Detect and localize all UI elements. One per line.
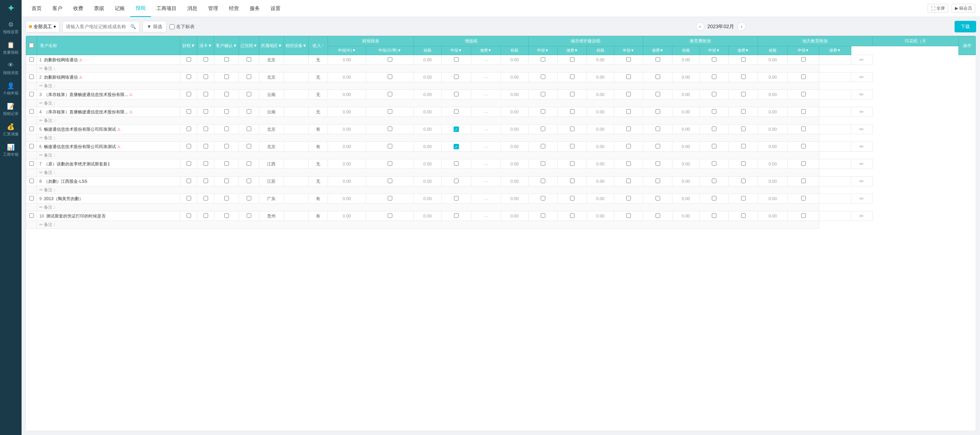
- row-checkbox[interactable]: [29, 126, 34, 131]
- note-edit-icon[interactable]: ✏: [39, 101, 43, 105]
- checkbox[interactable]: [224, 179, 229, 183]
- row-checkbox[interactable]: [29, 179, 34, 183]
- jiaoyu-pay-cb[interactable]: [656, 57, 660, 62]
- difang-declare-cb[interactable]: [712, 144, 716, 148]
- edit-icon[interactable]: ✏: [859, 57, 864, 63]
- edit-icon[interactable]: ✏: [859, 161, 864, 167]
- edit-icon[interactable]: ✏: [859, 143, 864, 150]
- select-all-checkbox[interactable]: [29, 43, 34, 48]
- sidebar-item-jilu[interactable]: 📝 报税记录: [0, 99, 22, 119]
- fullscreen-button[interactable]: ⛶ 全屏: [928, 4, 948, 13]
- prev-month-button[interactable]: ‹: [696, 22, 704, 31]
- caiwu-declare-month-cb[interactable]: [388, 144, 392, 148]
- yinhua-declare-cb[interactable]: [801, 161, 806, 166]
- chengshi-declare-cb[interactable]: [541, 92, 545, 96]
- jiaoyu-declare-cb[interactable]: [626, 213, 631, 218]
- jiaoyu-declare-cb[interactable]: [626, 57, 631, 62]
- difang-pay-cb[interactable]: [741, 213, 746, 218]
- edit-icon[interactable]: ✏: [859, 109, 864, 115]
- zengjia-declare-cb[interactable]: [454, 92, 459, 96]
- zengjia-declare-cb[interactable]: [454, 179, 459, 183]
- yinhua-declare-cb[interactable]: [801, 74, 806, 79]
- checkbox[interactable]: [187, 144, 191, 148]
- checkbox[interactable]: [247, 144, 251, 148]
- caiwu-declare-month-cb[interactable]: [388, 213, 392, 218]
- difang-declare-cb[interactable]: [712, 57, 716, 62]
- chengshi-pay-cb[interactable]: [570, 196, 575, 201]
- difang-pay-cb[interactable]: [741, 57, 746, 62]
- chengshi-declare-cb[interactable]: [541, 126, 545, 131]
- jiaoyu-pay-cb[interactable]: [656, 74, 660, 79]
- difang-pay-cb[interactable]: [741, 196, 746, 201]
- checkbox[interactable]: [187, 74, 191, 79]
- row-checkbox[interactable]: [29, 161, 34, 166]
- chengshi-pay-cb[interactable]: [570, 179, 575, 183]
- checkbox[interactable]: [203, 161, 208, 166]
- search-input[interactable]: [66, 24, 129, 29]
- difang-pay-cb[interactable]: [741, 179, 746, 183]
- zengjia-declare-cb[interactable]: [454, 109, 459, 114]
- caiwu-declare-month-cb[interactable]: [388, 196, 392, 201]
- checkbox[interactable]: [224, 196, 229, 201]
- jiaoyu-pay-cb[interactable]: [656, 179, 660, 183]
- nav-service[interactable]: 服务: [244, 0, 265, 17]
- difang-declare-cb[interactable]: [712, 196, 716, 201]
- chengshi-pay-cb[interactable]: [570, 109, 575, 114]
- caiwu-declare-month-cb[interactable]: [388, 57, 392, 62]
- yinhua-declare-cb[interactable]: [801, 144, 806, 148]
- sidebar-item-huisuan[interactable]: 💰 汇算清缴: [0, 119, 22, 140]
- row-checkbox[interactable]: [29, 57, 34, 62]
- checkbox[interactable]: [224, 213, 229, 218]
- chengshi-pay-cb[interactable]: [570, 57, 575, 62]
- jiaoyu-pay-cb[interactable]: [656, 92, 660, 96]
- caiwu-declare-month-cb[interactable]: [388, 161, 392, 166]
- chengshi-pay-cb[interactable]: [570, 92, 575, 96]
- caiwu-declare-month-cb[interactable]: [388, 74, 392, 79]
- jiaoyu-declare-cb[interactable]: [626, 144, 631, 148]
- checkbox[interactable]: [203, 109, 208, 114]
- note-edit-icon[interactable]: ✏: [39, 83, 43, 88]
- name-list-checkbox[interactable]: [170, 24, 175, 29]
- jiaoyu-pay-cb[interactable]: [656, 126, 660, 131]
- note-edit-icon[interactable]: ✏: [39, 170, 43, 175]
- checkbox[interactable]: [247, 196, 251, 201]
- difang-pay-cb[interactable]: [741, 74, 746, 79]
- checkbox[interactable]: [247, 126, 251, 131]
- zengjia-declare-cb[interactable]: [454, 213, 459, 218]
- checkbox[interactable]: [187, 92, 191, 96]
- caiwu-declare-month-cb[interactable]: [388, 179, 392, 183]
- nav-customer[interactable]: 客户: [47, 0, 68, 17]
- chengshi-declare-cb[interactable]: [541, 109, 545, 114]
- yinhua-declare-cb[interactable]: [801, 109, 806, 114]
- difang-declare-cb[interactable]: [712, 74, 716, 79]
- checkbox[interactable]: [224, 74, 229, 79]
- checkbox[interactable]: [187, 126, 191, 131]
- checkbox[interactable]: [247, 213, 251, 218]
- difang-pay-cb[interactable]: [741, 109, 746, 114]
- yinhua-declare-cb[interactable]: [801, 57, 806, 62]
- chengshi-declare-cb[interactable]: [541, 213, 545, 218]
- employee-filter[interactable]: 全部员工 ▾: [25, 21, 59, 32]
- yinhua-declare-cb[interactable]: [801, 213, 806, 218]
- chengshi-declare-cb[interactable]: [541, 144, 545, 148]
- chengshi-pay-cb[interactable]: [570, 144, 575, 148]
- difang-declare-cb[interactable]: [712, 161, 716, 166]
- chengshi-pay-cb[interactable]: [570, 126, 575, 131]
- edit-icon[interactable]: ✏: [859, 178, 864, 184]
- jiaoyu-pay-cb[interactable]: [656, 196, 660, 201]
- note-edit-icon[interactable]: ✏: [39, 66, 43, 71]
- checkbox[interactable]: [224, 57, 229, 62]
- download-button[interactable]: 下载: [955, 21, 976, 32]
- zengjia-declare-cb[interactable]: [454, 57, 459, 62]
- checkbox[interactable]: [187, 179, 191, 183]
- difang-declare-cb[interactable]: [712, 126, 716, 131]
- checkbox[interactable]: [187, 196, 191, 201]
- chengshi-pay-cb[interactable]: [570, 213, 575, 218]
- next-month-button[interactable]: ›: [737, 22, 746, 31]
- checkbox[interactable]: [247, 109, 251, 114]
- note-edit-icon[interactable]: ✏: [39, 205, 43, 209]
- difang-pay-cb[interactable]: [741, 161, 746, 166]
- difang-pay-cb[interactable]: [741, 144, 746, 148]
- row-checkbox[interactable]: [29, 196, 34, 201]
- jiaoyu-declare-cb[interactable]: [626, 74, 631, 79]
